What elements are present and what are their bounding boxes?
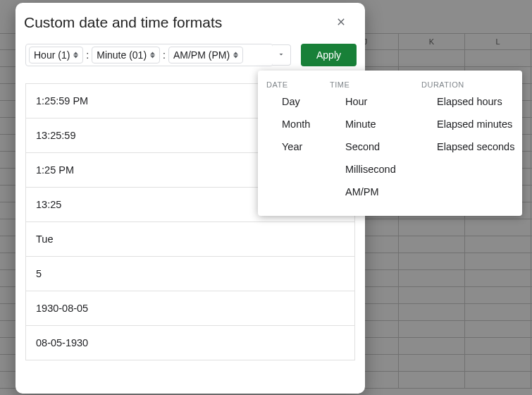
popover-item[interactable]: Millisecond xyxy=(324,158,410,181)
popover-column-date: DATE DayMonthYear xyxy=(258,78,321,203)
token-label: Minute (01) xyxy=(97,49,147,61)
popover-item[interactable]: Second xyxy=(324,135,410,158)
token-hour[interactable]: Hour (1) xyxy=(29,47,83,63)
close-icon xyxy=(335,15,347,31)
token-separator: : xyxy=(161,49,167,61)
popover-item[interactable]: Day xyxy=(261,90,318,113)
popover-column-duration: DURATION Elapsed hoursElapsed minutesEla… xyxy=(413,78,524,203)
dialog-title: Custom date and time formats xyxy=(24,14,331,31)
popover-item[interactable]: Elapsed seconds xyxy=(416,135,521,158)
token-label: Hour (1) xyxy=(34,49,70,61)
format-preset-item[interactable]: 1930-08-05 xyxy=(25,291,355,326)
stepper-icon xyxy=(150,51,155,59)
popover-header: TIME xyxy=(324,78,410,90)
format-preset-item[interactable]: Tue xyxy=(25,222,355,257)
stepper-icon xyxy=(233,51,238,59)
token-ampm[interactable]: AM/PM (PM) xyxy=(168,47,243,63)
column-header: L xyxy=(465,34,531,49)
popover-item[interactable]: Month xyxy=(261,113,318,135)
column-header: K xyxy=(399,34,465,49)
popover-item[interactable]: Hour xyxy=(324,90,410,113)
format-preset-item[interactable]: 5 xyxy=(25,257,355,291)
popover-item[interactable]: Minute xyxy=(324,113,410,135)
stepper-icon xyxy=(73,51,78,59)
add-token-dropdown[interactable] xyxy=(273,44,291,66)
token-separator: : xyxy=(85,49,90,61)
popover-item[interactable]: Elapsed minutes xyxy=(416,113,521,135)
format-token-input[interactable]: Hour (1) : Minute (01) : AM/PM (PM) xyxy=(25,44,273,66)
token-label: AM/PM (PM) xyxy=(173,49,230,61)
popover-item[interactable]: AM/PM xyxy=(324,181,410,203)
chevron-down-icon xyxy=(277,50,285,61)
popover-header: DATE xyxy=(261,78,318,90)
apply-button[interactable]: Apply xyxy=(301,44,357,66)
token-minute[interactable]: Minute (01) xyxy=(92,47,160,63)
popover-header: DURATION xyxy=(416,78,521,90)
close-button[interactable] xyxy=(331,13,351,32)
format-token-row: Hour (1) : Minute (01) : AM/PM (PM) xyxy=(16,37,365,73)
popover-item[interactable]: Year xyxy=(261,135,318,158)
popover-item[interactable]: Elapsed hours xyxy=(416,90,521,113)
token-picker-popover: DATE DayMonthYear TIME HourMinuteSecondM… xyxy=(258,71,522,216)
format-preset-item[interactable]: 08-05-1930 xyxy=(25,326,355,360)
popover-column-time: TIME HourMinuteSecondMillisecondAM/PM xyxy=(321,78,413,203)
